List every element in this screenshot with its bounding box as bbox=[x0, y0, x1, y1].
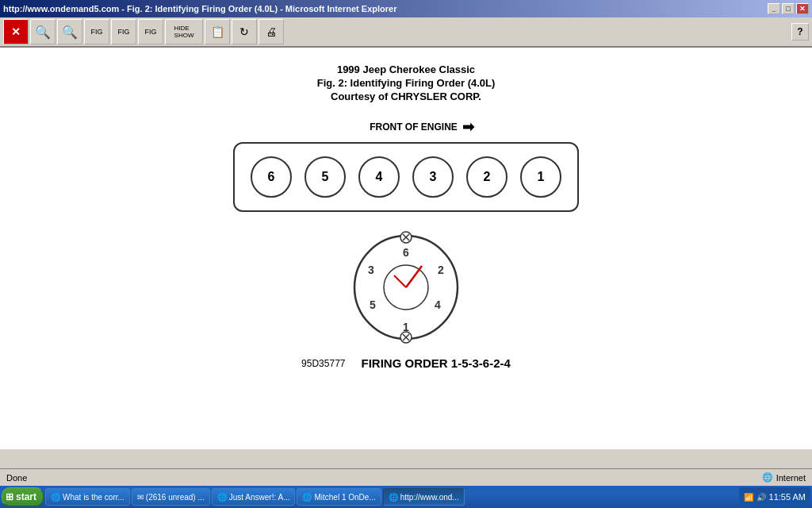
svg-text:3: 3 bbox=[368, 264, 374, 276]
taskbar-item-5[interactable]: 🌐 http://www.ond... bbox=[383, 488, 465, 506]
volume-icon: 🔊 bbox=[756, 493, 766, 502]
search2-button[interactable]: 🔍 bbox=[57, 19, 82, 44]
svg-text:6: 6 bbox=[403, 246, 409, 259]
taskbar-item-1[interactable]: 🌐 What is the corr... bbox=[45, 488, 130, 506]
cylinder-4: 4 bbox=[358, 156, 400, 198]
close-button[interactable]: ✕ bbox=[796, 3, 809, 14]
ie-icon: 🌐 bbox=[51, 493, 60, 502]
front-label: FRONT OF ENGINE ➡ bbox=[370, 118, 474, 136]
help-button[interactable]: ? bbox=[791, 23, 809, 40]
search-button[interactable]: 🔍 bbox=[30, 19, 56, 44]
globe-icon: 🌐 bbox=[762, 472, 773, 483]
window-title: http://www.ondemand5.com - Fig. 2: Ident… bbox=[3, 4, 768, 13]
status-bar: Done 🌐 Internet bbox=[0, 468, 812, 486]
taskbar-item-3[interactable]: 🌐 Just Answer!: A... bbox=[212, 488, 296, 506]
fig-button1[interactable]: FIG bbox=[84, 19, 109, 44]
diagram-bottom: 95D35777 FIRING ORDER 1-5-3-6-2-4 bbox=[301, 356, 511, 370]
notes-button[interactable]: 📋 bbox=[205, 19, 230, 44]
network-icon: 📶 bbox=[744, 493, 753, 502]
ie-icon3: 🌐 bbox=[302, 493, 312, 502]
zone-label: Internet bbox=[776, 473, 806, 483]
ie-icon2: 🌐 bbox=[217, 493, 227, 502]
print-button[interactable]: 🖨 bbox=[259, 19, 284, 44]
taskbar: ⊞ start 🌐 What is the corr... ✉ (2616 un… bbox=[0, 486, 812, 508]
stop-button[interactable]: ✕ bbox=[3, 19, 29, 44]
maximize-button[interactable]: □ bbox=[782, 3, 795, 14]
status-text: Done bbox=[6, 473, 762, 483]
page-title-line2: Fig. 2: Identifying Firing Order (4.0L) bbox=[317, 77, 496, 89]
cylinder-6: 6 bbox=[251, 156, 292, 198]
svg-text:4: 4 bbox=[435, 298, 441, 311]
distributor-area: 6 2 4 1 5 3 bbox=[343, 220, 469, 353]
windows-icon: ⊞ bbox=[6, 491, 13, 502]
cylinder-2: 2 bbox=[466, 156, 508, 198]
cylinder-row: 6 5 4 3 2 1 bbox=[233, 142, 579, 212]
clock: 11:55 AM bbox=[769, 492, 806, 502]
svg-text:5: 5 bbox=[370, 298, 376, 311]
cylinder-5: 5 bbox=[304, 156, 346, 198]
status-internet: 🌐 Internet bbox=[762, 472, 806, 483]
title-buttons: _ □ ✕ bbox=[768, 3, 809, 14]
start-button[interactable]: ⊞ start bbox=[2, 487, 44, 506]
refresh-button[interactable]: ↻ bbox=[232, 19, 257, 44]
page-title-line1: 1999 Jeep Cherokee Classic bbox=[337, 64, 475, 75]
title-bar: http://www.ondemand5.com - Fig. 2: Ident… bbox=[0, 0, 812, 17]
arrow-icon: ➡ bbox=[462, 118, 474, 136]
fig-button3[interactable]: FIG bbox=[138, 19, 163, 44]
taskbar-item-2[interactable]: ✉ (2616 unread) ... bbox=[132, 488, 210, 506]
hide-show-button[interactable]: HIDESHOW bbox=[165, 19, 203, 44]
svg-text:2: 2 bbox=[438, 264, 444, 276]
content-area: 1999 Jeep Cherokee Classic Fig. 2: Ident… bbox=[0, 48, 812, 449]
part-number: 95D35777 bbox=[301, 358, 345, 369]
page-courtesy: Courtesy of CHRYSLER CORP. bbox=[331, 90, 481, 102]
email-icon: ✉ bbox=[137, 493, 144, 502]
svg-text:1: 1 bbox=[403, 321, 409, 333]
distributor-svg: 6 2 4 1 5 3 bbox=[343, 220, 469, 347]
firing-order-text: FIRING ORDER 1-5-3-6-2-4 bbox=[362, 356, 511, 370]
cylinder-3: 3 bbox=[412, 156, 454, 198]
cylinder-1: 1 bbox=[520, 156, 561, 198]
fig-button2[interactable]: FIG bbox=[111, 19, 136, 44]
diagram-container: FRONT OF ENGINE ➡ 6 5 4 3 2 1 bbox=[233, 118, 579, 370]
ie-icon4: 🌐 bbox=[389, 493, 398, 502]
minimize-button[interactable]: _ bbox=[768, 3, 780, 14]
toolbar: ✕ 🔍 🔍 FIG FIG FIG HIDESHOW 📋 ↻ 🖨 ? bbox=[0, 17, 812, 48]
taskbar-item-4[interactable]: 🌐 Mitchel 1 OnDe... bbox=[297, 488, 381, 506]
system-tray: 📶 🔊 11:55 AM bbox=[739, 487, 810, 506]
